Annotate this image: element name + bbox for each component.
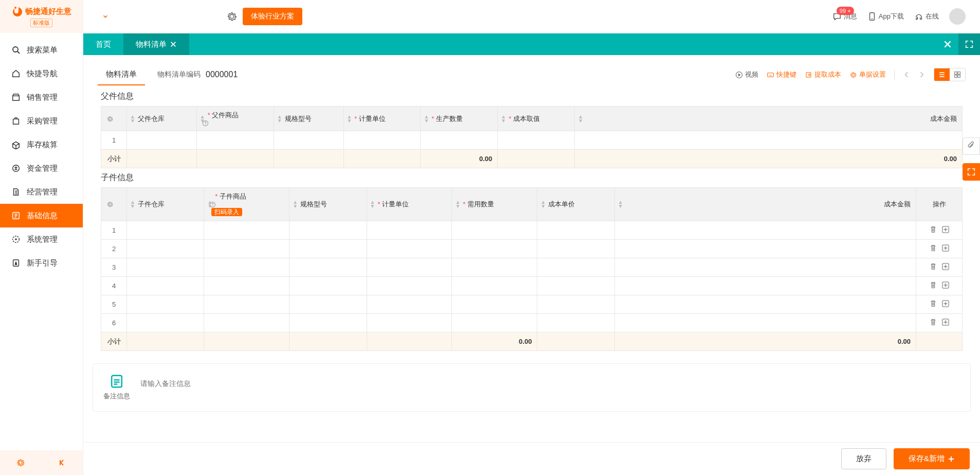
close-icon[interactable] [170, 41, 177, 48]
sidebar-item-search[interactable]: 搜索菜单 [0, 38, 83, 62]
collapse-sidebar-icon[interactable] [58, 458, 67, 467]
form-header: 物料清单 物料清单编码 0000001 视频 快捷键 提取成本 单据设置 [93, 62, 971, 87]
stock-icon [11, 140, 21, 149]
child-col-product[interactable]: ▲▼ * 子件商品 扫码录入 [204, 188, 289, 221]
form-code-label: 物料清单编码 [157, 70, 201, 79]
doc-icon [11, 187, 21, 197]
sidebar-item-operations[interactable]: 经营管理 [0, 180, 83, 204]
sidebar-item-basic-info[interactable]: 基础信息 [0, 204, 83, 227]
sidebar-item-purchase[interactable]: 采购管理 [0, 109, 83, 133]
video-link[interactable]: 视频 [735, 70, 758, 79]
sidebar-item-guide[interactable]: 新手引导 [0, 251, 83, 275]
parent-row[interactable]: 1 [101, 131, 963, 150]
parent-col-spec[interactable]: ▲▼ 规格型号 [274, 107, 343, 131]
content: 物料清单 物料清单编码 0000001 视频 快捷键 提取成本 单据设置 [83, 55, 980, 442]
save-and-new-button[interactable]: 保存&新增 [894, 448, 970, 469]
add-row-icon[interactable] [941, 225, 950, 234]
child-col-settings[interactable] [101, 188, 127, 221]
child-row[interactable]: 2 [101, 240, 963, 258]
doc-settings-link[interactable]: 单据设置 [849, 70, 886, 79]
scan-input-badge[interactable]: 扫码录入 [211, 208, 242, 216]
next-record-icon[interactable] [918, 71, 925, 78]
form-header-links: 视频 快捷键 提取成本 单据设置 [735, 68, 966, 81]
delete-row-icon[interactable] [929, 318, 937, 326]
child-row[interactable]: 6 [101, 314, 963, 332]
shortcut-link[interactable]: 快捷键 [767, 70, 796, 79]
list-view-button[interactable] [934, 68, 950, 81]
child-col-warehouse[interactable]: ▲▼ 子件仓库 [127, 188, 204, 221]
chevron-down-icon [102, 13, 109, 20]
phone-icon [867, 12, 877, 21]
child-col-qty[interactable]: ▲▼ * 需用数量 [452, 188, 537, 221]
form-title-tab: 物料清单 [98, 64, 145, 85]
attachment-icon [967, 142, 976, 151]
discard-button[interactable]: 放弃 [841, 448, 886, 469]
parent-col-cost-amount[interactable]: ▲▼成本金额 [575, 107, 963, 131]
play-icon [735, 71, 743, 79]
child-row[interactable]: 5 [101, 295, 963, 314]
sidebar-item-system[interactable]: 系统管理 [0, 227, 83, 251]
tab-home[interactable]: 首页 [83, 33, 123, 55]
tab-bom[interactable]: 物料清单 [123, 33, 189, 55]
avatar[interactable] [949, 8, 966, 25]
tabstrip-close-button[interactable] [937, 33, 958, 55]
child-col-cost-amount[interactable]: ▲▼成本金额 [614, 188, 916, 221]
parent-col-product[interactable]: ▲▼ * 父件商品 [196, 107, 274, 131]
gear-icon [849, 71, 857, 79]
delete-row-icon[interactable] [929, 262, 937, 271]
child-col-unit[interactable]: ▲▼ * 计量单位 [367, 188, 452, 221]
extract-icon [805, 71, 812, 79]
prev-record-icon[interactable] [903, 71, 910, 78]
child-row[interactable]: 4 [101, 277, 963, 295]
form-card: 物料清单 物料清单编码 0000001 视频 快捷键 提取成本 单据设置 [93, 62, 971, 357]
notes-input[interactable] [140, 374, 960, 393]
notes-section: 备注信息 [93, 363, 971, 412]
add-row-icon[interactable] [941, 281, 950, 289]
search-icon [11, 45, 21, 55]
delete-row-icon[interactable] [929, 225, 937, 234]
shop-icon [11, 93, 21, 102]
child-row[interactable]: 3 [101, 258, 963, 277]
child-col-spec[interactable]: ▲▼ 规格型号 [289, 188, 367, 221]
attachment-button[interactable] [963, 137, 980, 155]
parent-col-settings[interactable] [101, 107, 127, 131]
org-selector[interactable] [98, 13, 221, 20]
parent-col-warehouse[interactable]: ▲▼ 父件仓库 [127, 107, 197, 131]
add-row-icon[interactable] [941, 244, 950, 252]
parent-subtotal-row: 小计 0.00 0.00 [101, 150, 963, 168]
parent-col-unit[interactable]: ▲▼ * 计量单位 [343, 107, 421, 131]
messages-button[interactable]: 99 + 消息 [832, 12, 857, 21]
keyboard-icon [767, 71, 774, 79]
child-col-unit-cost[interactable]: ▲▼ 成本单价 [537, 188, 614, 221]
add-row-icon[interactable] [941, 300, 950, 308]
add-row-icon[interactable] [941, 262, 950, 271]
child-col-ops: 操作 [916, 188, 963, 221]
grid-view-button[interactable] [950, 68, 965, 81]
sidebar-item-inventory[interactable]: 库存核算 [0, 133, 83, 156]
promo-button[interactable]: 体验行业方案 [243, 8, 302, 25]
parent-col-qty[interactable]: ▲▼ * 生产数量 [421, 107, 498, 131]
fullscreen-button[interactable] [963, 163, 980, 181]
home-icon [11, 69, 21, 78]
delete-row-icon[interactable] [929, 281, 937, 289]
sidebar: 畅捷通好生意 标准版 搜索菜单 快捷导航 销售管理 采购管理 库存核算 资金管理… [0, 0, 83, 475]
brand-name: 畅捷通好生意 [25, 7, 71, 16]
app-download-button[interactable]: App下载 [867, 12, 904, 21]
tabstrip: 首页 物料清单 [83, 33, 980, 55]
online-support-button[interactable]: 在线 [914, 12, 939, 21]
info-icon [11, 211, 21, 220]
parent-col-cost-method[interactable]: ▲▼ * 成本取值 [498, 107, 575, 131]
sidebar-item-quick-nav[interactable]: 快捷导航 [0, 62, 83, 85]
add-row-icon[interactable] [941, 318, 950, 326]
delete-row-icon[interactable] [929, 300, 937, 308]
grid-icon [954, 71, 961, 78]
extract-cost-link[interactable]: 提取成本 [805, 70, 841, 79]
sidebar-item-funds[interactable]: 资金管理 [0, 156, 83, 180]
delete-row-icon[interactable] [929, 244, 937, 252]
child-row[interactable]: 1 [101, 221, 963, 240]
sidebar-item-sales[interactable]: 销售管理 [0, 85, 83, 109]
settings-icon[interactable] [16, 458, 25, 467]
topbar: 体验行业方案 99 + 消息 App下载 在线 [83, 0, 980, 33]
tabstrip-expand-button[interactable] [958, 33, 980, 55]
org-settings-icon[interactable] [226, 11, 238, 22]
